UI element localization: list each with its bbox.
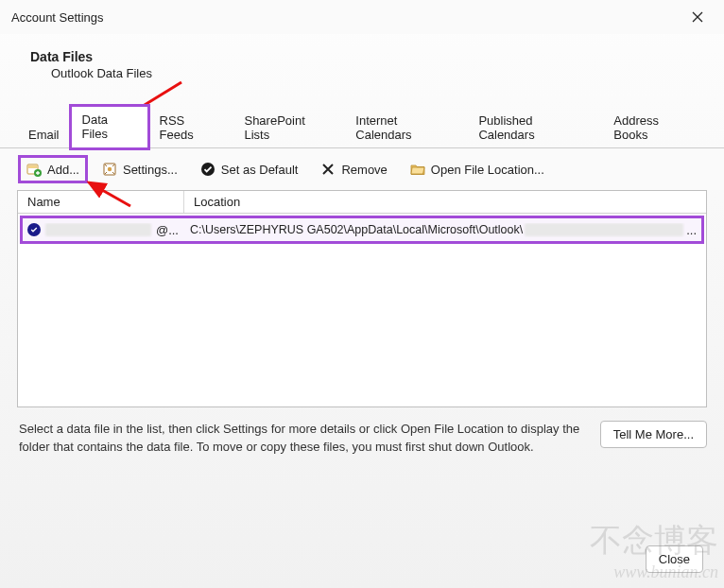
default-check-icon <box>27 223 41 236</box>
close-icon[interactable] <box>682 4 713 30</box>
redacted-name <box>45 223 151 236</box>
remove-icon <box>320 162 336 177</box>
toolbar: Add... Settings... Set as Default Remove… <box>0 148 724 190</box>
footer: Select a data file in the list, then cli… <box>0 407 724 457</box>
column-location[interactable]: Location <box>184 191 706 213</box>
tab-published-calendars[interactable]: Published Calendars <box>467 107 602 148</box>
check-circle-icon <box>200 162 215 177</box>
remove-label: Remove <box>341 163 387 177</box>
add-button[interactable]: Add... <box>21 158 85 181</box>
name-suffix: @... <box>156 223 179 237</box>
footer-text: Select a data file in the list, then cli… <box>19 421 587 457</box>
row-location-cell: C:\Users\ZEPHYRUS GA502\AppData\Local\Mi… <box>184 223 702 237</box>
remove-button[interactable]: Remove <box>315 158 392 181</box>
add-label: Add... <box>47 163 79 177</box>
svg-point-6 <box>108 167 112 171</box>
tabstrip: Email Data Files RSS Feeds SharePoint Li… <box>0 86 724 148</box>
set-default-button[interactable]: Set as Default <box>195 158 304 181</box>
svg-rect-3 <box>28 165 37 168</box>
tell-me-more-button[interactable]: Tell Me More... <box>600 421 707 448</box>
list-header: Name Location <box>18 191 706 214</box>
settings-label: Settings... <box>123 163 178 177</box>
window-title: Account Settings <box>11 10 682 25</box>
tab-internet-calendars[interactable]: Internet Calendars <box>344 107 467 148</box>
tab-sharepoint-lists[interactable]: SharePoint Lists <box>233 107 344 148</box>
table-row[interactable]: @... C:\Users\ZEPHYRUS GA502\AppData\Loc… <box>22 217 702 242</box>
location-text: C:\Users\ZEPHYRUS GA502\AppData\Local\Mi… <box>190 223 523 236</box>
open-location-button[interactable]: Open File Location... <box>405 158 550 181</box>
tab-email[interactable]: Email <box>17 121 71 148</box>
row-name-cell: @... <box>22 223 184 237</box>
tab-address-books[interactable]: Address Books <box>602 107 707 148</box>
settings-button[interactable]: Settings... <box>96 158 183 181</box>
column-name[interactable]: Name <box>18 191 184 213</box>
data-file-list: Name Location @... C:\Users\ZEPHYRUS GA5… <box>17 190 707 407</box>
redacted-location-tail <box>525 223 683 236</box>
header: Data Files Outlook Data Files <box>0 34 724 86</box>
tab-rss-feeds[interactable]: RSS Feeds <box>148 107 233 148</box>
settings-icon <box>102 162 117 177</box>
folder-open-icon <box>410 162 425 177</box>
set-default-label: Set as Default <box>221 163 299 177</box>
titlebar: Account Settings <box>0 0 724 34</box>
open-location-label: Open File Location... <box>431 163 544 177</box>
window: Account Settings Data Files Outlook Data… <box>0 0 724 588</box>
header-title: Data Files <box>30 49 705 64</box>
header-subtitle: Outlook Data Files <box>30 66 705 80</box>
add-data-file-icon <box>26 162 42 177</box>
close-button[interactable]: Close <box>646 545 703 573</box>
tab-data-files[interactable]: Data Files <box>71 106 148 148</box>
location-ellipsis: ... <box>683 223 697 237</box>
